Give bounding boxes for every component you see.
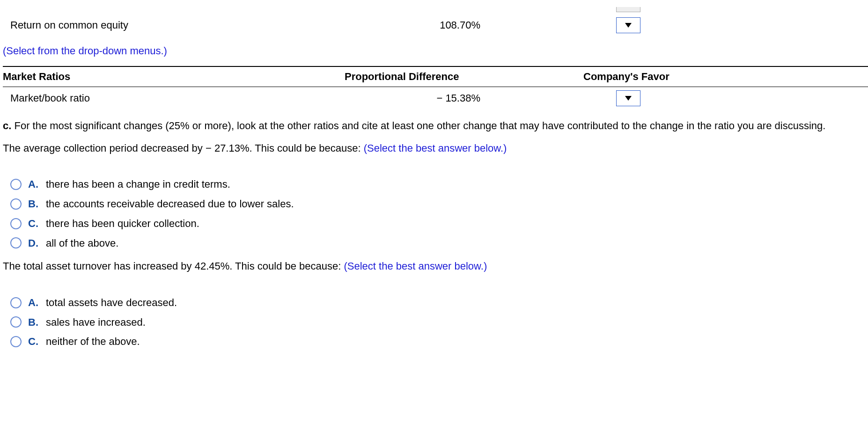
svg-marker-0 bbox=[625, 23, 632, 28]
q2-option-letter: B. bbox=[28, 315, 39, 329]
th-prop-diff: Proportional Difference bbox=[345, 66, 508, 87]
roe-prop-diff: 108.70% bbox=[345, 18, 508, 32]
th-company-favor: Company's Favor bbox=[508, 66, 868, 87]
q2-option-letter: C. bbox=[28, 335, 39, 349]
part-c-letter: c. bbox=[3, 120, 11, 132]
q1-option-letter: D. bbox=[28, 236, 39, 250]
q1-radio-D[interactable] bbox=[10, 237, 22, 249]
q2-stem-a: The total asset turnover has increased b… bbox=[3, 260, 195, 272]
q2-option-text: sales have increased. bbox=[46, 315, 146, 329]
q2-stem: The total asset turnover has increased b… bbox=[3, 259, 864, 273]
roe-favor-dropdown[interactable] bbox=[616, 17, 640, 33]
q1-option-text: there has been quicker collection. bbox=[46, 217, 199, 231]
q2-option-A: A.total assets have decreased. bbox=[3, 296, 868, 310]
th-market-ratios: Market Ratios bbox=[3, 66, 345, 87]
q1-value: − 27.13% bbox=[206, 142, 250, 154]
row-market-book: Market/book ratio − 15.38% bbox=[3, 89, 868, 108]
prev-favor-dropdown-partial bbox=[616, 7, 640, 12]
q1-option-A: A.there has been a change in credit term… bbox=[3, 177, 868, 191]
q2-value: 42.45% bbox=[195, 260, 230, 272]
q2-option-C: C.neither of the above. bbox=[3, 335, 868, 349]
q1-stem-b: . This could be because: bbox=[250, 142, 364, 154]
market-ratios-header: Market Ratios Proportional Difference Co… bbox=[3, 66, 868, 87]
q2-radio-B[interactable] bbox=[10, 316, 22, 328]
q1-radio-C[interactable] bbox=[10, 218, 22, 229]
q2-option-text: neither of the above. bbox=[46, 335, 140, 349]
q2-option-B: B.sales have increased. bbox=[3, 315, 868, 329]
q1-paren: (Select the best answer below.) bbox=[364, 142, 507, 154]
roe-label: Return on common equity bbox=[3, 18, 345, 32]
q2-paren: (Select the best answer below.) bbox=[344, 260, 487, 272]
q1-option-text: the accounts receivable decreased due to… bbox=[46, 197, 294, 211]
q1-option-D: D.all of the above. bbox=[3, 236, 868, 250]
q2-option-text: total assets have decreased. bbox=[46, 296, 177, 310]
q2-option-letter: A. bbox=[28, 296, 39, 310]
part-c-text: For the most significant changes (25% or… bbox=[11, 120, 825, 132]
part-c-paragraph: c. For the most significant changes (25%… bbox=[3, 119, 864, 133]
chevron-down-icon bbox=[625, 96, 632, 101]
q1-stem: The average collection period decreased … bbox=[3, 141, 864, 155]
q1-stem-a: The average collection period decreased … bbox=[3, 142, 206, 154]
q1-option-C: C.there has been quicker collection. bbox=[3, 217, 868, 231]
q1-radio-A[interactable] bbox=[10, 179, 22, 190]
q1-option-letter: A. bbox=[28, 177, 39, 191]
q1-option-letter: C. bbox=[28, 217, 39, 231]
market-book-label: Market/book ratio bbox=[3, 91, 345, 105]
q1-option-text: there has been a change in credit terms. bbox=[46, 177, 230, 191]
market-book-favor-dropdown[interactable] bbox=[616, 90, 640, 106]
dropdown-instruction: (Select from the drop-down menus.) bbox=[3, 44, 868, 58]
svg-marker-1 bbox=[625, 96, 632, 101]
q1-option-letter: B. bbox=[28, 197, 39, 211]
row-return-on-equity: Return on common equity 108.70% bbox=[3, 16, 868, 35]
q1-option-B: B.the accounts receivable decreased due … bbox=[3, 197, 868, 211]
market-book-prop-diff: − 15.38% bbox=[345, 91, 508, 105]
q2-radio-C[interactable] bbox=[10, 336, 22, 347]
q1-option-text: all of the above. bbox=[46, 236, 118, 250]
q2-radio-A[interactable] bbox=[10, 297, 22, 308]
q2-stem-b: . This could be because: bbox=[229, 260, 344, 272]
chevron-down-icon bbox=[625, 23, 632, 28]
q1-radio-B[interactable] bbox=[10, 198, 22, 210]
